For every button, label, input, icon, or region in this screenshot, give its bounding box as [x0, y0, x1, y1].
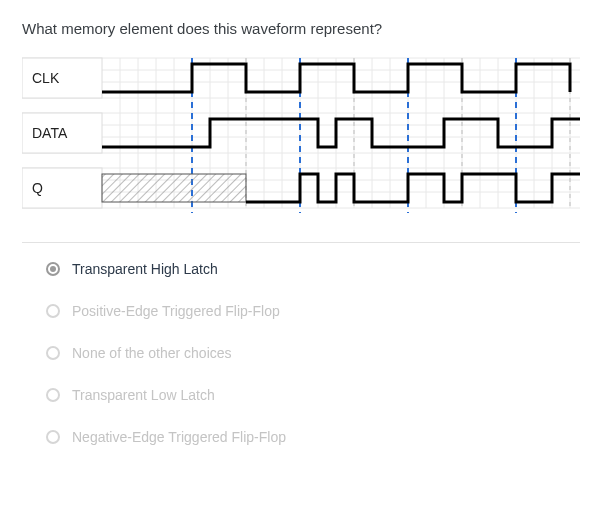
data-label: DATA — [32, 125, 68, 141]
choice-positive-edge-ff[interactable]: Positive-Edge Triggered Flip-Flop — [46, 303, 580, 319]
radio-icon — [46, 262, 60, 276]
choice-none[interactable]: None of the other choices — [46, 345, 580, 361]
q-undefined-region — [102, 174, 246, 202]
choice-label: Negative-Edge Triggered Flip-Flop — [72, 429, 286, 445]
choice-label: Positive-Edge Triggered Flip-Flop — [72, 303, 280, 319]
q-label: Q — [32, 180, 43, 196]
radio-icon — [46, 430, 60, 444]
choice-negative-edge-ff[interactable]: Negative-Edge Triggered Flip-Flop — [46, 429, 580, 445]
q-waveform — [246, 174, 580, 202]
choice-transparent-high-latch[interactable]: Transparent High Latch — [46, 261, 580, 277]
question-text: What memory element does this waveform r… — [22, 20, 580, 37]
choice-transparent-low-latch[interactable]: Transparent Low Latch — [46, 387, 580, 403]
choice-label: None of the other choices — [72, 345, 232, 361]
radio-icon — [46, 346, 60, 360]
radio-icon — [46, 388, 60, 402]
choice-label: Transparent Low Latch — [72, 387, 215, 403]
radio-icon — [46, 304, 60, 318]
clk-label: CLK — [32, 70, 60, 86]
timing-diagram: CLK DATA Q — [22, 53, 580, 228]
choice-label: Transparent High Latch — [72, 261, 218, 277]
divider — [22, 242, 580, 243]
answer-choices: Transparent High Latch Positive-Edge Tri… — [22, 261, 580, 445]
